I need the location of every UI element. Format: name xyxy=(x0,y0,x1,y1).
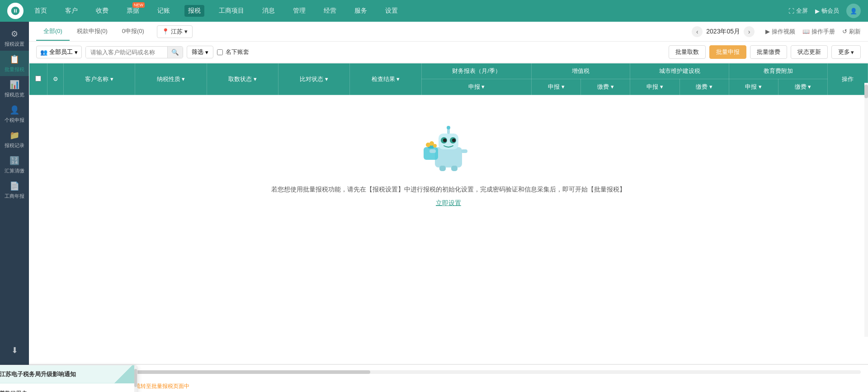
batch-fetch-btn[interactable]: 批量取数 xyxy=(669,45,706,59)
col-check-result: 检查结果 ▾ xyxy=(350,63,421,95)
edu-report-filter-icon[interactable]: ▾ xyxy=(759,83,762,90)
filter-chevron-icon: ▾ xyxy=(205,49,208,56)
download-icon: ⬇ xyxy=(11,345,18,355)
empty-state: 若您想使用批量报税功能，请先在【报税设置】中进行报税的初始化设置，完成密码验证和… xyxy=(29,95,868,225)
search-wrapper: 🔍 xyxy=(85,46,183,58)
col-vat: 增值税 xyxy=(532,63,630,79)
search-button[interactable]: 🔍 xyxy=(167,47,183,58)
fullscreen-btn[interactable]: ⛶ 全屏 xyxy=(788,7,808,15)
city-pay-filter-icon[interactable]: ▾ xyxy=(709,83,712,90)
nav-bookkeeping[interactable]: 记账 xyxy=(154,5,174,17)
next-month-btn[interactable]: › xyxy=(744,26,755,37)
svg-rect-16 xyxy=(451,166,458,171)
tax-nature-filter-icon[interactable]: ▾ xyxy=(182,76,185,82)
tab-all[interactable]: 全部(0) xyxy=(36,23,70,41)
horizontal-scrollbar[interactable] xyxy=(43,370,861,374)
nav-management[interactable]: 管理 xyxy=(289,5,309,17)
nav-tax[interactable]: 报税 xyxy=(184,5,204,17)
notification-greeting: 尊敬的用户: xyxy=(0,389,131,392)
svg-rect-13 xyxy=(429,149,436,153)
edu-pay-filter-icon[interactable]: ▾ xyxy=(808,83,811,90)
sidebar-item-tax-settings[interactable]: ⚙ 报税设置 xyxy=(0,25,29,51)
refresh-icon: ↺ xyxy=(842,28,847,35)
refresh-link[interactable]: ↺ 刷新 xyxy=(842,28,861,36)
member-btn[interactable]: ▶ 畅会员 xyxy=(815,7,839,15)
video-icon: ▶ xyxy=(765,28,770,35)
sidebar-item-batch-tax[interactable]: 📋 批量报税 xyxy=(0,51,29,76)
vat-report-filter-icon[interactable]: ▾ xyxy=(561,83,565,90)
table-scrollbar[interactable] xyxy=(864,83,868,337)
svg-rect-0 xyxy=(435,147,462,167)
tab-zero-declaration[interactable]: 0申报(0) xyxy=(115,23,151,41)
fullscreen-icon: ⛶ xyxy=(788,8,794,14)
notification-scrollbar[interactable] xyxy=(134,365,137,392)
nav-invoice[interactable]: 票据 NEW xyxy=(123,5,143,17)
nav-home[interactable]: 首页 xyxy=(31,5,51,17)
filter-icon[interactable]: ▾ xyxy=(110,76,113,82)
region-selector[interactable]: 📍 江苏 ▾ xyxy=(157,25,193,38)
vat-pay-filter-icon[interactable]: ▾ xyxy=(611,83,614,90)
notification-scrollbar-thumb xyxy=(134,369,137,387)
prev-month-btn[interactable]: ‹ xyxy=(692,26,703,37)
col-city-construction: 城市维护建设税 xyxy=(630,63,729,79)
more-btn[interactable]: 更多 ▾ xyxy=(831,45,861,59)
operation-manual-link[interactable]: 📖 操作手册 xyxy=(802,28,835,36)
content-area: 全部(0) 税款申报(0) 0申报(0) 📍 江苏 ▾ ‹ 2023年05月 ›… xyxy=(29,22,868,392)
nav-settings[interactable]: 设置 xyxy=(382,5,401,17)
batch-report-btn[interactable]: 批量申报 xyxy=(709,45,746,59)
compare-filter-icon[interactable]: ▾ xyxy=(325,76,328,82)
fetch-filter-icon[interactable]: ▾ xyxy=(254,76,257,82)
sidebar-item-tax-overview[interactable]: 📊 报税总览 xyxy=(0,76,29,101)
data-table: ⚙ 客户名称 ▾ 纳税性质 ▾ 取数状态 ▾ xyxy=(29,63,868,225)
nav-operation[interactable]: 经营 xyxy=(320,5,340,17)
dropdown-icon: ▾ xyxy=(75,49,78,56)
sidebar-item-download[interactable]: ⬇ xyxy=(0,338,29,363)
col-education-surcharge: 教育费附加 xyxy=(729,63,827,79)
svg-point-3 xyxy=(443,139,447,142)
nav-fee[interactable]: 收费 xyxy=(92,5,112,17)
sidebar-item-annual-report[interactable]: 📄 工商年报 xyxy=(0,177,29,203)
notification-panel: 江苏电子税务局升级影响通知 ✕ 尊敬的用户: 受当前电子税务局进一步升级的影响，… xyxy=(0,365,137,392)
settings-icon[interactable]: ⚙ xyxy=(53,76,58,82)
svg-rect-15 xyxy=(439,166,446,171)
operation-video-link[interactable]: ▶ 操作视频 xyxy=(765,28,795,36)
svg-point-12 xyxy=(433,144,437,148)
col-edu-report: 申报 ▾ xyxy=(729,79,778,95)
employee-icon: 👥 xyxy=(40,49,47,56)
col-edu-pay: 缴费 ▾ xyxy=(778,79,827,95)
svg-rect-8 xyxy=(424,147,438,160)
search-input[interactable] xyxy=(86,47,167,58)
app-logo[interactable] xyxy=(7,3,24,19)
nav-service[interactable]: 服务 xyxy=(351,5,371,17)
account-set-checkbox-label[interactable]: 名下账套 xyxy=(217,48,249,56)
filter-button[interactable]: 筛选 ▾ xyxy=(187,46,213,58)
tabs-bar: 全部(0) 税款申报(0) 0申报(0) 📍 江苏 ▾ ‹ 2023年05月 ›… xyxy=(29,22,868,42)
sidebar-item-settlement[interactable]: 🔢 汇算清缴 xyxy=(0,152,29,177)
employee-select[interactable]: 👥 全部员工 ▾ xyxy=(36,46,82,58)
table-scrollbar-thumb xyxy=(864,85,868,98)
sidebar-item-tax-records[interactable]: 📁 报税记录 xyxy=(0,127,29,152)
fin-report-filter-icon[interactable]: ▾ xyxy=(481,83,485,90)
toolbar: 👥 全部员工 ▾ 🔍 筛选 ▾ 名下账套 批量取数 批量申报 批量缴费 状态更新 xyxy=(29,42,868,63)
check-filter-icon[interactable]: ▾ xyxy=(396,76,400,82)
tab-tax-declaration[interactable]: 税款申报(0) xyxy=(70,23,115,41)
batch-pay-btn[interactable]: 批量缴费 xyxy=(750,45,787,59)
col-checkbox xyxy=(29,63,47,95)
bottom-scrollbar-bar: ‹ xyxy=(29,364,868,379)
user-avatar[interactable]: 👤 xyxy=(846,4,861,18)
col-fetch-status: 取数状态 ▾ xyxy=(207,63,278,95)
col-customer-name: 客户名称 ▾ xyxy=(64,63,135,95)
tax-settings-icon: ⚙ xyxy=(11,29,18,39)
nav-message[interactable]: 消息 xyxy=(259,5,278,17)
nav-menu: 首页 客户 收费 票据 NEW 记账 报税 工商项目 消息 管理 经营 服务 设… xyxy=(31,5,788,17)
setup-link[interactable]: 立即设置 xyxy=(436,199,461,207)
tax-records-icon: 📁 xyxy=(9,130,19,140)
status-update-btn[interactable]: 状态更新 xyxy=(791,45,828,59)
nav-customer[interactable]: 客户 xyxy=(61,5,81,17)
city-report-filter-icon[interactable]: ▾ xyxy=(660,83,663,90)
select-all-checkbox[interactable] xyxy=(35,76,41,81)
sidebar-item-personal-tax[interactable]: 👤 个税申报 xyxy=(0,101,29,127)
nav-bizproject[interactable]: 工商项目 xyxy=(215,5,248,17)
account-set-checkbox[interactable] xyxy=(217,49,223,55)
top-nav-right: ⛶ 全屏 ▶ 畅会员 👤 xyxy=(788,4,861,18)
